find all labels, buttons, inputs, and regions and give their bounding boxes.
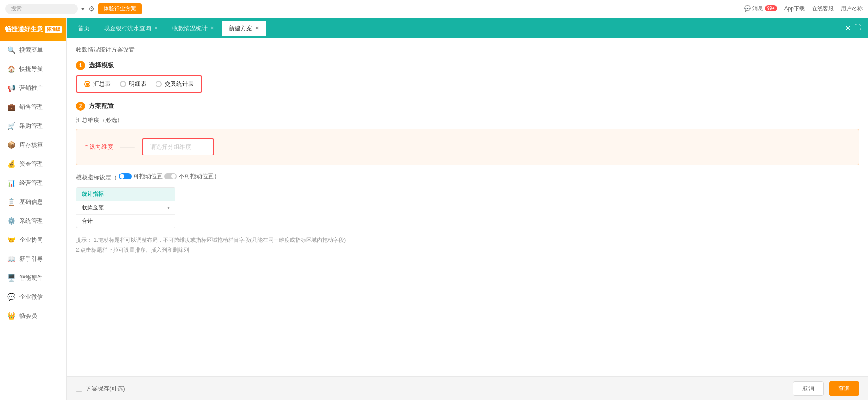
trial-button[interactable]: 体验行业方案 — [98, 3, 142, 14]
draggable-toggle: 可拖动位置 — [119, 172, 163, 180]
window-close-icon[interactable]: ✕ — [845, 24, 851, 33]
radio-summary[interactable]: 汇总表 — [84, 80, 111, 88]
tab-home[interactable]: 首页 — [71, 21, 97, 36]
dropdown-icon[interactable]: ▾ — [167, 205, 170, 210]
tab-receipt-stats[interactable]: 收款情况统计 ✕ — [165, 21, 222, 36]
sidebar-item-label: 企业协同 — [19, 236, 43, 244]
tab-close-cashflow[interactable]: ✕ — [154, 25, 158, 31]
logo-text: 畅捷通好生意 — [5, 25, 43, 33]
sidebar-item-member[interactable]: 👑 畅会员 — [0, 306, 66, 325]
cancel-button[interactable]: 取消 — [793, 381, 824, 396]
system-icon: ⚙️ — [7, 217, 16, 225]
tip-1: 提示： 1.拖动标题栏可以调整布局，不可跨维度或指标区域拖动栏目字段(只能在同一… — [76, 235, 859, 245]
metrics-row-2: 合计 — [76, 214, 175, 228]
sidebar-item-label: 销售管理 — [19, 103, 43, 111]
tab-bar: 首页 现金银行流水查询 ✕ 收款情况统计 ✕ 新建方案 ✕ ✕ ⛶ — [67, 18, 868, 38]
sidebar-item-label: 库存核算 — [19, 141, 43, 149]
dropdown-arrow-icon[interactable]: ▾ — [81, 5, 85, 12]
tip-2: 2.点击标题栏下拉可设置排序、插入列和删除列 — [76, 245, 859, 255]
sidebar-item-label: 企业微信 — [19, 293, 43, 301]
sidebar-item-finance[interactable]: 💰 资金管理 — [0, 155, 66, 174]
sidebar-item-enterprise[interactable]: 🤝 企业协同 — [0, 231, 66, 249]
metrics-row-1[interactable]: 收款金额 ▾ — [76, 201, 175, 214]
step2-title: 方案配置 — [89, 102, 114, 110]
tips-section: 提示： 1.拖动标题栏可以调整布局，不可跨维度或指标区域拖动栏目字段(只能在同一… — [76, 235, 859, 255]
sidebar-item-home[interactable]: 🏠 快捷导航 — [0, 60, 66, 79]
settings-icon[interactable]: ⚙ — [88, 5, 94, 13]
metrics-header: 模板指标设定（ 可拖动位置 不可拖 — [76, 172, 859, 182]
step1-section: 1 选择模板 汇总表 明细表 — [76, 61, 859, 93]
enterprise-icon: 🤝 — [7, 236, 16, 244]
step1-num: 1 — [76, 61, 85, 70]
sidebar-item-system[interactable]: ⚙️ 系统管理 — [0, 212, 66, 231]
finance-icon: 💰 — [7, 160, 16, 168]
tab-new-plan[interactable]: 新建方案 ✕ — [222, 21, 266, 36]
page-title: 收款情况统计方案设置 — [76, 46, 859, 54]
sidebar-item-label: 采购管理 — [19, 122, 43, 130]
inventory-icon: 📦 — [7, 141, 16, 149]
radio-detail[interactable]: 明细表 — [120, 80, 146, 88]
sidebar-item-management[interactable]: 📊 经营管理 — [0, 174, 66, 193]
online-service-button[interactable]: 在线客服 — [812, 5, 834, 13]
bottom-bar: 方案保存(可选) 取消 查询 — [67, 376, 868, 400]
dimension-select[interactable]: 请选择分组维度 — [142, 138, 214, 155]
sidebar-item-search[interactable]: 🔍 搜索菜单 — [0, 41, 66, 60]
sidebar-item-hardware[interactable]: 🖥️ 智能硬件 — [0, 268, 66, 287]
draggable-label: 可拖动位置 — [133, 172, 163, 180]
radio-summary-label: 汇总表 — [93, 80, 111, 88]
radio-detail-circle — [120, 81, 126, 87]
sidebar-item-inventory[interactable]: 📦 库存核算 — [0, 136, 66, 155]
sidebar: 畅捷通好生意 标准版 🔍 搜索菜单 🏠 快捷导航 📢 营销推广 💼 销售管理 🛒… — [0, 18, 67, 400]
metrics-row2-label: 合计 — [82, 217, 170, 225]
tab-close-new-plan[interactable]: ✕ — [255, 25, 259, 31]
sidebar-item-label: 营销推广 — [19, 84, 43, 92]
main-content: 首页 现金银行流水查询 ✕ 收款情况统计 ✕ 新建方案 ✕ ✕ ⛶ 收款情况统计… — [67, 18, 868, 400]
arrow-icon: —— — [120, 143, 135, 151]
marketing-icon: 📢 — [7, 84, 16, 92]
step1-title: 选择模板 — [89, 61, 114, 70]
query-button[interactable]: 查询 — [829, 381, 859, 396]
page-content: 收款情况统计方案设置 1 选择模板 汇总表 明细表 — [67, 38, 868, 376]
home-icon: 🏠 — [7, 65, 16, 73]
save-checkbox[interactable] — [76, 386, 82, 392]
non-draggable-label: 不可拖动位置） — [179, 172, 220, 180]
hardware-icon: 🖥️ — [7, 274, 16, 282]
dimension-row: * 纵向维度 —— 请选择分组维度 — [85, 138, 849, 155]
guide-icon: 📖 — [7, 255, 16, 263]
search-box[interactable]: 搜索 — [5, 4, 78, 14]
sidebar-item-label: 智能硬件 — [19, 274, 43, 282]
sidebar-item-wechat[interactable]: 💬 企业微信 — [0, 287, 66, 306]
step2-header: 2 方案配置 — [76, 102, 859, 111]
sidebar-item-sales[interactable]: 💼 销售管理 — [0, 98, 66, 117]
sidebar-item-basic-info[interactable]: 📋 基础信息 — [0, 193, 66, 212]
sidebar-item-marketing[interactable]: 📢 营销推广 — [0, 79, 66, 98]
row-label: * 纵向维度 — [85, 143, 113, 151]
sidebar-item-label: 新手引导 — [19, 255, 43, 263]
metrics-row1-label: 收款金额 — [82, 204, 165, 212]
radio-summary-circle — [84, 81, 90, 87]
tab-cashflow[interactable]: 现金银行流水查询 ✕ — [97, 21, 165, 36]
bottom-left: 方案保存(可选) — [76, 385, 125, 393]
sidebar-item-purchase[interactable]: 🛒 采购管理 — [0, 117, 66, 136]
app-download-button[interactable]: App下载 — [784, 5, 805, 13]
message-badge: 99+ — [765, 5, 777, 11]
sidebar-item-guide[interactable]: 📖 新手引导 — [0, 249, 66, 268]
dimension-section-label: 汇总维度（必选） — [76, 116, 859, 124]
message-button[interactable]: 💬 消息 99+ — [744, 5, 777, 13]
page-inner: 收款情况统计方案设置 1 选择模板 汇总表 明细表 — [67, 38, 868, 376]
sidebar-logo: 畅捷通好生意 标准版 — [0, 18, 66, 41]
search-menu-icon: 🔍 — [7, 46, 16, 54]
window-expand-icon[interactable]: ⛶ — [854, 24, 861, 33]
sidebar-item-label: 快捷导航 — [19, 65, 43, 73]
radio-crosstab-circle — [156, 81, 162, 87]
bottom-right: 取消 查询 — [793, 381, 859, 396]
radio-crosstab[interactable]: 交叉统计表 — [156, 80, 194, 88]
top-bar: 搜索 ▾ ⚙ 体验行业方案 💬 消息 99+ App下载 在线客服 用户名称 — [0, 0, 868, 18]
radio-detail-label: 明细表 — [129, 80, 146, 88]
sidebar-item-label: 经营管理 — [19, 179, 43, 187]
step2-num: 2 — [76, 102, 85, 111]
top-bar-left: 搜索 ▾ ⚙ 体验行业方案 — [5, 3, 142, 14]
sidebar-item-label: 搜索菜单 — [19, 46, 43, 54]
tab-bar-actions: ✕ ⛶ — [845, 24, 864, 33]
tab-close-receipt[interactable]: ✕ — [210, 25, 214, 31]
